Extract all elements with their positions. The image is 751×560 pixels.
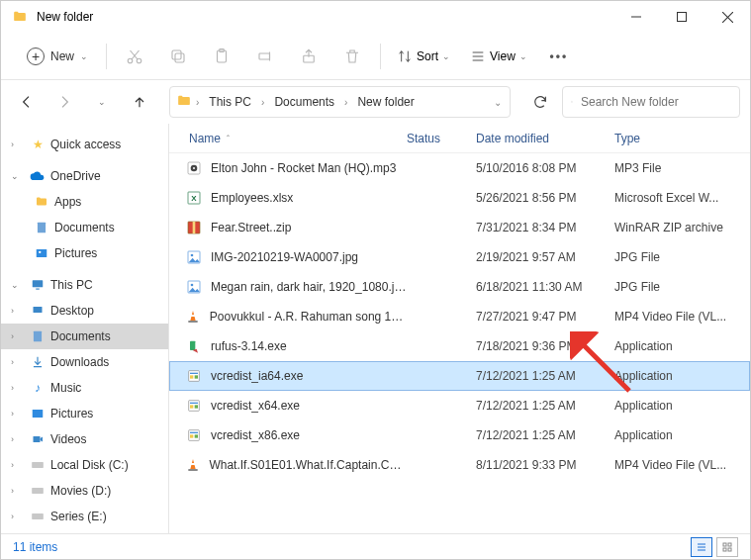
document-icon (33, 221, 50, 234)
sidebar-onedrive-documents[interactable]: Documents (1, 215, 168, 240)
svg-rect-27 (33, 410, 44, 418)
svg-rect-26 (34, 331, 42, 342)
refresh-button[interactable] (524, 86, 556, 118)
breadcrumb-item[interactable]: New folder (351, 93, 420, 111)
svg-rect-20 (38, 223, 46, 233)
file-row[interactable]: Poovukkul - A.R. Rahuman song 1080...7/2… (169, 302, 750, 331)
file-row[interactable]: vcredist_x86.exe7/12/2021 1:25 AMApplica… (169, 420, 750, 450)
file-row[interactable]: Fear.Street..zip7/31/2021 8:34 PMWinRAR … (169, 213, 750, 242)
minimize-button[interactable] (613, 2, 659, 32)
chevron-right-icon: › (194, 97, 201, 108)
monitor-icon (29, 278, 47, 292)
breadcrumb-item[interactable]: This PC (203, 93, 257, 111)
file-date: 8/11/2021 9:33 PM (476, 458, 614, 472)
file-row[interactable]: XEmployees.xlsx5/26/2021 8:56 PMMicrosof… (169, 183, 750, 213)
back-button[interactable] (11, 86, 43, 118)
file-icon (185, 397, 203, 415)
separator (380, 44, 381, 69)
view-button[interactable]: View ⌄ (462, 45, 535, 68)
paste-icon[interactable] (202, 39, 241, 74)
rename-icon[interactable] (245, 39, 285, 74)
desktop-icon (29, 305, 47, 317)
sidebar-movies-d[interactable]: ›Movies (D:) (1, 478, 168, 504)
separator (106, 44, 107, 69)
file-date: 7/12/2021 1:25 AM (476, 428, 614, 442)
svg-rect-21 (37, 249, 47, 257)
sidebar-videos[interactable]: ›Videos (1, 426, 168, 452)
close-button[interactable] (704, 2, 750, 32)
file-row[interactable]: vcredist_x64.exe7/12/2021 1:25 AMApplica… (169, 391, 750, 420)
status-bar: 11 items (1, 533, 750, 559)
file-icon (185, 426, 203, 444)
sidebar-this-pc[interactable]: ⌄This PC (1, 272, 168, 298)
file-icon (185, 278, 203, 296)
file-row[interactable]: rufus-3.14.exe7/18/2021 9:36 PMApplicati… (169, 331, 750, 361)
maximize-button[interactable] (659, 2, 704, 32)
file-row[interactable]: What.If.S01E01.What.If.Captain.Carter...… (169, 450, 750, 480)
sidebar-onedrive-apps[interactable]: Apps (1, 189, 168, 215)
sidebar-desktop[interactable]: ›Desktop (1, 298, 168, 324)
copy-icon[interactable] (158, 39, 198, 74)
breadcrumb[interactable]: › This PC › Documents › New folder ⌄ (169, 86, 511, 118)
column-type[interactable]: Type (614, 132, 750, 145)
content: Nameˆ Status Date modified Type Elton Jo… (169, 124, 750, 533)
up-button[interactable] (124, 86, 155, 118)
cut-icon[interactable] (115, 39, 154, 74)
file-date: 7/12/2021 1:25 AM (476, 369, 614, 383)
sidebar-series-e[interactable]: ›Series (E:) (1, 504, 168, 529)
sidebar-onedrive[interactable]: ⌄OneDrive (1, 163, 168, 189)
file-type: Application (614, 399, 750, 413)
file-name: rufus-3.14.exe (211, 339, 287, 353)
share-icon[interactable] (289, 39, 329, 74)
chevron-right-icon: › (259, 97, 266, 108)
file-row[interactable]: vcredist_ia64.exe7/12/2021 1:25 AMApplic… (169, 361, 750, 391)
file-name: vcredist_x86.exe (211, 428, 300, 442)
search-box[interactable] (562, 86, 740, 118)
svg-rect-8 (175, 53, 184, 62)
folder-icon (33, 196, 50, 208)
more-button[interactable]: ••• (539, 39, 579, 74)
file-row[interactable]: Megan rain, dark hair, 1920_1080.jpg6/18… (169, 272, 750, 302)
nav-row: ⌄ › This PC › Documents › New folder ⌄ (1, 80, 750, 124)
sort-button[interactable]: Sort ⌄ (389, 45, 458, 68)
svg-rect-12 (259, 53, 270, 59)
picture-icon (33, 246, 50, 260)
forward-button[interactable] (48, 86, 80, 118)
chevron-down-icon[interactable]: ⌄ (492, 97, 504, 108)
recent-button[interactable]: ⌄ (86, 86, 118, 118)
column-date[interactable]: Date modified (476, 132, 614, 145)
icons-view-toggle[interactable] (716, 537, 738, 557)
details-view-toggle[interactable] (691, 537, 712, 557)
column-status[interactable]: Status (407, 132, 476, 145)
column-headers: Nameˆ Status Date modified Type (169, 124, 750, 153)
file-date: 7/12/2021 1:25 AM (476, 399, 614, 413)
svg-rect-30 (32, 488, 44, 494)
search-input[interactable] (579, 94, 731, 110)
folder-icon (11, 10, 29, 24)
file-row[interactable]: Elton John - Rocket Man (HQ).mp35/10/201… (169, 153, 750, 183)
star-icon: ★ (29, 138, 47, 151)
sidebar-downloads[interactable]: ›Downloads (1, 349, 168, 375)
plus-icon: + (27, 47, 45, 65)
video-icon (29, 433, 47, 445)
chevron-down-icon: ⌄ (442, 51, 450, 61)
file-name: vcredist_x64.exe (211, 399, 300, 413)
sidebar-pictures[interactable]: ›Pictures (1, 401, 168, 426)
file-row[interactable]: IMG-20210219-WA0007.jpg2/19/2021 9:57 AM… (169, 242, 750, 272)
sidebar-music[interactable]: ›♪Music (1, 375, 168, 401)
file-icon (185, 159, 203, 177)
svg-rect-54 (195, 405, 198, 408)
breadcrumb-item[interactable]: Documents (268, 93, 340, 111)
new-button[interactable]: + New ⌄ (17, 42, 98, 71)
sidebar-onedrive-pictures[interactable]: Pictures (1, 240, 168, 266)
folder-icon (176, 94, 192, 111)
disk-icon (29, 459, 47, 471)
sidebar-quick-access[interactable]: ›★Quick access (1, 132, 168, 157)
file-name: IMG-20210219-WA0007.jpg (211, 250, 358, 264)
column-name[interactable]: Nameˆ (169, 132, 407, 145)
sidebar-local-disk-c[interactable]: ›Local Disk (C:) (1, 452, 168, 478)
svg-rect-48 (190, 373, 198, 374)
file-date: 7/18/2021 9:36 PM (476, 339, 614, 353)
delete-icon[interactable] (332, 39, 372, 74)
sidebar-documents[interactable]: ›Documents (1, 324, 168, 349)
